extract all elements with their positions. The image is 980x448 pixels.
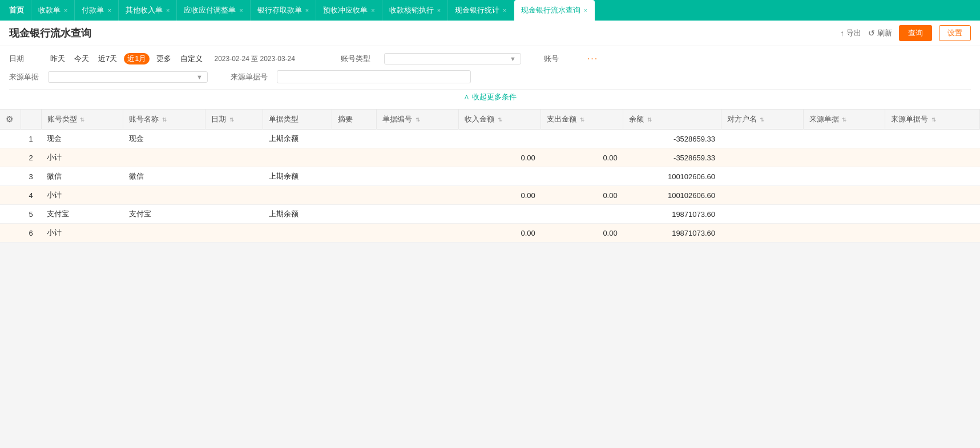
nav-writeoff[interactable]: 收款核销执行 × <box>382 0 448 21</box>
refresh-icon: ↺ <box>868 29 875 38</box>
sort-counterparty-icon: ⇅ <box>760 116 764 123</box>
cell-expense: 0.00 <box>541 186 623 205</box>
cell-doc-type <box>263 148 332 167</box>
nav-cash-flow-close[interactable]: × <box>584 7 587 14</box>
cell-summary <box>332 205 377 224</box>
export-button[interactable]: ↑ 导出 <box>840 28 861 38</box>
nav-ar-ap-close[interactable]: × <box>239 7 243 14</box>
cell-doc-type: 上期余额 <box>263 130 332 148</box>
sort-date-icon: ⇅ <box>229 116 234 123</box>
sort-account-type-icon: ⇅ <box>80 116 84 123</box>
cell-source-doc-no <box>885 148 980 167</box>
table-row: 5支付宝支付宝上期余额19871073.60 <box>0 205 980 224</box>
nav-cash-flow[interactable]: 现金银行流水查询 × <box>514 0 595 21</box>
cell-income: 0.00 <box>459 224 541 243</box>
nav-receipt[interactable]: 收款单 × <box>31 0 75 21</box>
nav-cash-flow-label: 现金银行流水查询 <box>521 5 580 15</box>
nav-prepay-close[interactable]: × <box>371 7 374 14</box>
cell-counterparty <box>721 167 803 186</box>
nav-prepay-label: 预收冲应收单 <box>323 5 368 15</box>
sort-account-name-icon: ⇅ <box>162 116 167 123</box>
col-expense[interactable]: 支出金额 ⇅ <box>541 110 623 130</box>
table-row: 6小计0.000.0019871073.60 <box>0 224 980 243</box>
table-body: 1现金现金上期余额-3528659.332小计0.000.00-3528659.… <box>0 130 980 243</box>
date-btn-custom[interactable]: 自定义 <box>178 53 205 64</box>
nav-receipt-close[interactable]: × <box>64 7 67 14</box>
col-date[interactable]: 日期 ⇅ <box>205 110 263 130</box>
cell-income: 0.00 <box>459 148 541 167</box>
cell-doc-no <box>377 205 459 224</box>
col-doc-type: 单据类型 <box>263 110 332 130</box>
col-doc-no[interactable]: 单据编号 ⇅ <box>377 110 459 130</box>
cell-expense: 0.00 <box>541 224 623 243</box>
date-btn-1month[interactable]: 近1月 <box>124 53 150 64</box>
col-source-doc-no[interactable]: 来源单据号 ⇅ <box>885 110 980 130</box>
col-income[interactable]: 收入金额 ⇅ <box>459 110 541 130</box>
nav-cash-stats[interactable]: 现金银行统计 × <box>448 0 514 21</box>
cell-source-doc <box>803 205 885 224</box>
cell-balance: 100102606.60 <box>623 186 721 205</box>
cell-balance: 100102606.60 <box>623 167 721 186</box>
refresh-button[interactable]: ↺ 刷新 <box>868 28 892 38</box>
cell-no: 6 <box>21 224 41 243</box>
refresh-label: 刷新 <box>877 28 892 38</box>
nav-bank-deposit-close[interactable]: × <box>305 7 309 14</box>
date-btn-today[interactable]: 今天 <box>72 53 91 64</box>
cell-source-doc-no <box>885 224 980 243</box>
cell-summary <box>332 148 377 167</box>
nav-ar-ap[interactable]: 应收应付调整单 × <box>177 0 250 21</box>
source-doc-select[interactable]: ▼ <box>48 71 208 83</box>
cell-counterparty <box>721 130 803 148</box>
cell-date <box>205 148 263 167</box>
cell-expense <box>541 130 623 148</box>
cell-source-doc-no <box>885 205 980 224</box>
account-type-label: 账号类型 <box>341 54 375 64</box>
cell-expense <box>541 205 623 224</box>
page-title: 现金银行流水查询 <box>9 26 91 40</box>
cell-doc-no <box>377 186 459 205</box>
settings-button[interactable]: 设置 <box>939 25 971 41</box>
date-btn-7days[interactable]: 近7天 <box>96 53 119 64</box>
cell-balance: -3528659.33 <box>623 130 721 148</box>
col-account-name[interactable]: 账号名称 ⇅ <box>123 110 205 130</box>
col-settings: ⚙ <box>0 110 21 130</box>
nav-writeoff-close[interactable]: × <box>437 7 441 14</box>
col-account-type[interactable]: 账号类型 ⇅ <box>41 110 123 130</box>
cell-account-type: 现金 <box>41 130 123 148</box>
col-counterparty[interactable]: 对方户名 ⇅ <box>721 110 803 130</box>
nav-payment-close[interactable]: × <box>107 7 111 14</box>
cell-balance: -3528659.33 <box>623 148 721 167</box>
cell-income <box>459 167 541 186</box>
nav-bank-deposit[interactable]: 银行存取款单 × <box>251 0 316 21</box>
date-btn-yesterday[interactable]: 昨天 <box>48 53 67 64</box>
nav-home[interactable]: 首页 <box>2 0 31 21</box>
nav-payment[interactable]: 付款单 × <box>75 0 118 21</box>
collapse-bar[interactable]: ∧ 收起更多条件 <box>9 89 971 104</box>
date-btn-more[interactable]: 更多 <box>154 53 174 64</box>
table-settings-icon[interactable]: ⚙ <box>6 114 13 124</box>
account-type-select[interactable]: ▼ <box>384 53 521 64</box>
nav-other-income[interactable]: 其他收入单 × <box>119 0 177 21</box>
date-shortcuts: 昨天 今天 近7天 近1月 更多 自定义 <box>48 53 205 64</box>
nav-prepay[interactable]: 预收冲应收单 × <box>316 0 382 21</box>
col-balance[interactable]: 余额 ⇅ <box>623 110 721 130</box>
cell-no: 2 <box>21 148 41 167</box>
cell-income: 0.00 <box>459 186 541 205</box>
cell-settings <box>0 186 21 205</box>
cell-counterparty <box>721 205 803 224</box>
account-no-ellipsis[interactable]: ··· <box>587 54 598 64</box>
query-button[interactable]: 查询 <box>899 25 932 41</box>
cell-account-type: 小计 <box>41 186 123 205</box>
cell-source-doc <box>803 167 885 186</box>
cell-balance: 19871073.60 <box>623 224 721 243</box>
source-doc-no-input[interactable] <box>277 70 471 83</box>
nav-cash-stats-close[interactable]: × <box>503 7 506 14</box>
sort-source-doc-icon: ⇅ <box>842 116 846 123</box>
cell-counterparty <box>721 186 803 205</box>
cell-doc-type <box>263 186 332 205</box>
sort-expense-icon: ⇅ <box>580 116 584 123</box>
col-source-doc[interactable]: 来源单据 ⇅ <box>803 110 885 130</box>
nav-other-income-close[interactable]: × <box>166 7 170 14</box>
sort-source-doc-no-icon: ⇅ <box>931 116 936 123</box>
date-range: 2023-02-24 至 2023-03-24 <box>214 54 295 64</box>
